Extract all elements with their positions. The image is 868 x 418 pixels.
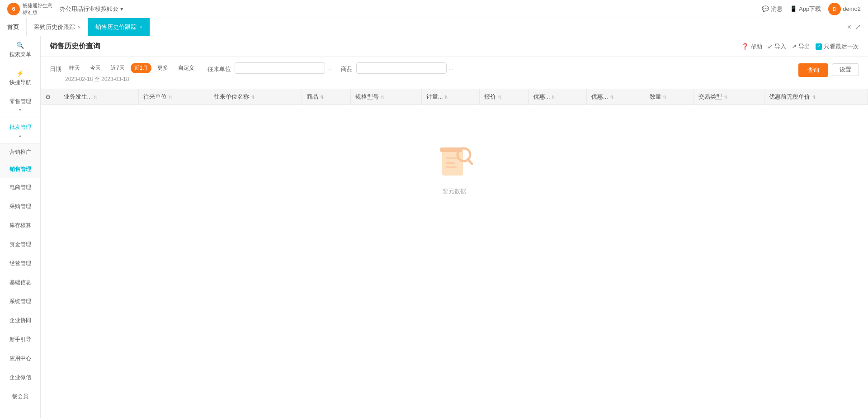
only-last-checkbox[interactable]: ✓ 只看最后一次	[816, 43, 859, 51]
goods-select-icon[interactable]: ...	[448, 65, 453, 71]
date-btn-7days[interactable]: 近7天	[107, 62, 129, 74]
col-txn-type: 交易类型 ⇅	[693, 89, 764, 105]
partner-input-group: ...	[235, 62, 332, 74]
date-btn-more[interactable]: 更多	[153, 62, 172, 74]
chevron-up-icon: ▴	[19, 133, 21, 138]
sidebar-item-quick-nav[interactable]: ⚡ 快捷导航	[0, 64, 40, 92]
sort-icon-spec[interactable]: ⇅	[381, 95, 384, 100]
logo-text: 畅捷通好生意 标准版	[23, 2, 52, 15]
table-container: ⚙ 业务发生... ⇅ 往来单位 ⇅ 往来单位名称 ⇅	[41, 89, 868, 418]
col-discount1: 优惠... ⇅	[528, 89, 586, 105]
download-icon: 📱	[790, 5, 797, 12]
date-btn-1month[interactable]: 近1月	[131, 63, 152, 73]
date-filter-group: 日期 昨天 今天 近7天 近1月 更多 自定义 2023-02-18 至 202…	[50, 62, 198, 83]
sidebar-sub-item-marketing[interactable]: 营销推广	[0, 144, 40, 161]
main-layout: 🔍 搜索菜单 ⚡ 快捷导航 零售管理 ▾ 批发管理 ▴ 营销推广 销售管理 电商…	[0, 36, 868, 418]
sidebar-item-search-menu[interactable]: 🔍 搜索菜单	[0, 36, 40, 64]
partner-input[interactable]	[235, 62, 325, 74]
tab-home[interactable]: 首页	[0, 18, 27, 36]
logo-area: 6 畅捷通好生意 标准版	[7, 2, 52, 15]
partner-select-icon[interactable]: ...	[327, 65, 332, 71]
sort-icon-discount1[interactable]: ⇅	[552, 95, 555, 100]
chevron-down-icon: ▾	[19, 107, 21, 112]
sort-icon-pre-tax[interactable]: ⇅	[812, 95, 816, 100]
goods-input[interactable]	[356, 62, 447, 74]
tab-purchase-history-close[interactable]: ×	[78, 24, 80, 30]
export-button[interactable]: ↗ 导出	[792, 43, 810, 51]
tab-purchase-history[interactable]: 采购历史价跟踪 ×	[27, 18, 88, 36]
tab-sales-history-close[interactable]: ×	[139, 24, 142, 30]
sort-icon-quote[interactable]: ⇅	[498, 95, 501, 100]
goods-filter-label: 商品	[341, 62, 353, 73]
col-qty: 数量 ⇅	[645, 89, 693, 105]
page-title: 销售历史价查询	[50, 42, 100, 51]
table-header: ⚙ 业务发生... ⇅ 往来单位 ⇅ 往来单位名称 ⇅	[41, 89, 868, 105]
top-bar: 6 畅捷通好生意 标准版 办公用品行业模拟账套 ▾ 💬 消息 📱 App下载 D…	[0, 0, 868, 18]
gear-icon[interactable]: ⚙	[45, 93, 51, 100]
sidebar-item-newbie-guide[interactable]: 新手引导	[0, 330, 40, 349]
user-menu[interactable]: D demo2	[828, 3, 861, 15]
table-body: 暂元数据	[41, 105, 868, 232]
date-buttons-row: 昨天 今天 近7天 近1月 更多 自定义	[65, 62, 198, 74]
top-bar-right: 💬 消息 📱 App下载 D demo2	[762, 3, 861, 15]
col-partner-name: 往来单位名称 ⇅	[209, 89, 302, 105]
logo-icon: 6	[7, 3, 20, 15]
sort-icon-partner-code[interactable]: ⇅	[169, 95, 172, 100]
sort-icon-qty[interactable]: ⇅	[663, 95, 666, 100]
sort-icon-biz-date[interactable]: ⇅	[94, 95, 97, 100]
date-filter-options: 昨天 今天 近7天 近1月 更多 自定义 2023-02-18 至 2023-0…	[65, 62, 198, 83]
sidebar-item-member[interactable]: 畅会员	[0, 387, 40, 406]
import-button[interactable]: ↙ 导入	[768, 43, 786, 51]
empty-icon	[434, 141, 475, 182]
fullscreen-button[interactable]: ⤢	[855, 23, 861, 31]
goods-filter-group: 商品 ...	[341, 62, 453, 74]
sidebar-item-wholesale-mgmt[interactable]: 批发管理 ▴	[0, 118, 40, 144]
date-btn-yesterday[interactable]: 昨天	[65, 62, 84, 74]
sort-icon-unit[interactable]: ⇅	[444, 95, 448, 100]
avatar: D	[828, 3, 841, 15]
sidebar-item-ecom-mgmt[interactable]: 电商管理	[0, 178, 40, 197]
partner-filter-label: 往来单位	[208, 62, 231, 73]
sidebar-sub-item-sales-mgmt[interactable]: 销售管理	[0, 161, 40, 178]
table-header-row: ⚙ 业务发生... ⇅ 往来单位 ⇅ 往来单位名称 ⇅	[41, 89, 868, 105]
help-button[interactable]: ❓ 帮助	[741, 43, 762, 51]
sort-icon-partner-name[interactable]: ⇅	[251, 95, 255, 100]
tab-bar: 首页 采购历史价跟踪 × 销售历史价跟踪 × × ⤢	[0, 18, 868, 36]
sort-icon-goods[interactable]: ⇅	[320, 95, 324, 100]
close-all-tabs-button[interactable]: ×	[847, 23, 851, 31]
col-quote: 报价 ⇅	[480, 89, 528, 105]
nav-icon: ⚡	[16, 70, 24, 77]
sidebar-item-corp-wechat[interactable]: 企业微信	[0, 368, 40, 387]
sidebar-item-app-center[interactable]: 应用中心	[0, 349, 40, 368]
goods-input-group: ...	[356, 62, 453, 74]
sort-icon-txn-type[interactable]: ⇅	[724, 95, 727, 100]
content-area: 销售历史价查询 ❓ 帮助 ↙ 导入 ↗ 导出 ✓ 只看最后一次	[41, 36, 868, 418]
tab-sales-history[interactable]: 销售历史价跟踪 ×	[88, 18, 150, 36]
empty-state-row: 暂元数据	[41, 105, 868, 232]
sidebar-item-finance[interactable]: 资金管理	[0, 235, 40, 254]
date-filter-label: 日期	[50, 62, 61, 73]
sidebar-item-operations[interactable]: 经营管理	[0, 254, 40, 273]
chevron-down-icon: ▾	[120, 5, 123, 12]
svg-rect-4	[446, 157, 458, 159]
sidebar-item-inventory[interactable]: 库存核算	[0, 216, 40, 235]
sidebar-item-purchase-mgmt[interactable]: 采购管理	[0, 197, 40, 216]
message-icon: 💬	[762, 5, 769, 12]
import-icon: ↙	[768, 43, 773, 50]
query-button[interactable]: 查询	[798, 63, 828, 77]
col-gear: ⚙	[41, 89, 59, 105]
top-bar-left: 6 畅捷通好生意 标准版 办公用品行业模拟账套 ▾	[7, 2, 127, 15]
svg-rect-6	[446, 166, 457, 168]
sidebar-item-corp-agreement[interactable]: 企业协同	[0, 311, 40, 330]
sidebar-item-retail-mgmt[interactable]: 零售管理 ▾	[0, 92, 40, 118]
partner-filter-group: 往来单位 ...	[208, 62, 332, 74]
sort-icon-discount2[interactable]: ⇅	[610, 95, 613, 100]
date-btn-custom[interactable]: 自定义	[174, 62, 198, 74]
date-btn-today[interactable]: 今天	[86, 62, 105, 74]
app-selector[interactable]: 办公用品行业模拟账套 ▾	[56, 3, 127, 15]
sidebar-item-basic-info[interactable]: 基础信息	[0, 273, 40, 292]
settings-button[interactable]: 设置	[832, 63, 859, 76]
app-download-button[interactable]: 📱 App下载	[790, 5, 821, 13]
messages-button[interactable]: 💬 消息	[762, 5, 783, 13]
sidebar-item-system-mgmt[interactable]: 系统管理	[0, 292, 40, 311]
